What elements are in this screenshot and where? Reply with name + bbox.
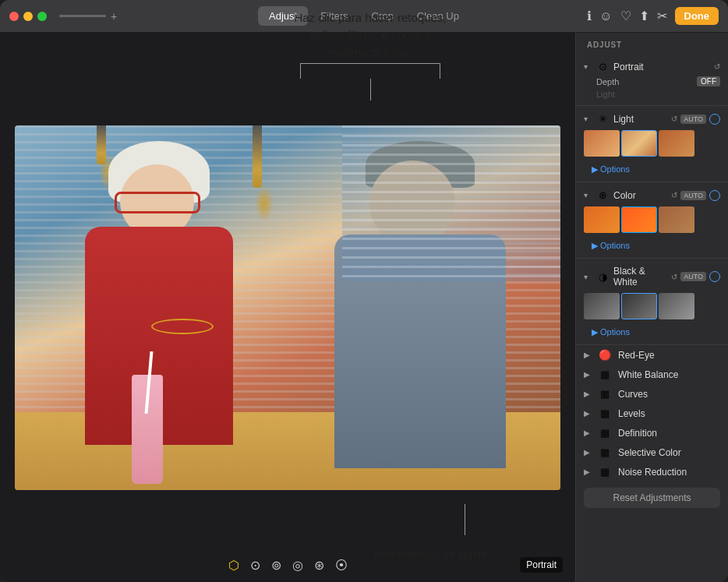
light-actions: ↺ AUTO [671,114,720,125]
auto-color-badge[interactable]: AUTO [680,191,706,200]
tool-4-icon[interactable]: ⊛ [314,558,324,573]
light-thumbnails [576,127,728,160]
light-thumb-2[interactable] [621,130,657,157]
woman-glasses [115,192,200,213]
light-icon: ✳ [596,113,609,125]
bw-thumb-1[interactable] [584,293,620,319]
selective-color-icon: ▦ [598,446,612,458]
minimize-button[interactable] [23,12,33,21]
light-options-label: ▶ Options [592,164,630,174]
color-label: Color [613,190,666,201]
list-item-curves[interactable]: ▶ ▦ Curves [576,384,728,404]
bw-options-row[interactable]: ▶ Options [576,323,728,340]
fullscreen-button[interactable] [37,12,47,21]
bw-thumb-2[interactable] [621,293,657,319]
window-blinds [342,125,560,281]
toggle-color-button[interactable] [709,190,720,201]
tab-adjust[interactable]: Adjust [258,6,308,26]
tool-5-icon[interactable]: ⦿ [335,559,348,573]
tool-2-icon[interactable]: ⊚ [271,558,281,573]
light-options-row[interactable]: ▶ Options [576,160,728,177]
list-item-noise-reduction[interactable]: ▶ ▦ Noise Reduction [576,462,728,481]
list-item-red-eye[interactable]: ▶ 🔴 Red-Eye [576,345,728,365]
color-icon: ⊕ [596,189,609,201]
portrait-label: Portrait [613,62,709,72]
list-item-white-balance[interactable]: ▶ ▦ White Balance [576,365,728,384]
portrait-badge[interactable]: Portrait [520,557,563,573]
woman-figure [62,141,264,484]
light-thumb-1[interactable] [584,130,620,157]
tool-1-icon[interactable]: ⊙ [250,558,260,573]
depth-row: Depth OFF [576,75,728,88]
undo-color-icon[interactable]: ↺ [671,191,677,199]
chevron-portrait-icon: ▾ [584,62,592,71]
list-item-definition[interactable]: ▶ ▦ Definition [576,423,728,443]
levels-icon: ▦ [598,407,612,419]
section-portrait: ▾ ⊙ Portrait ↺ Depth OFF Light [576,54,728,106]
section-light-header[interactable]: ▾ ✳ Light ↺ AUTO [576,111,728,127]
depth-value: OFF [697,76,720,86]
color-thumb-2[interactable] [621,206,657,233]
close-button[interactable] [9,12,19,21]
right-panel: ADJUST ▾ ⊙ Portrait ↺ Depth OFF Light [575,33,728,582]
white-balance-label: White Balance [618,369,720,380]
tab-filters[interactable]: Filters [309,6,359,26]
face-icon[interactable]: ☺ [599,9,612,23]
share-icon[interactable]: ⬆ [639,9,649,23]
section-portrait-header[interactable]: ▾ ⊙ Portrait ↺ [576,58,728,75]
photo-container [15,125,560,490]
section-color: ▾ ⊕ Color ↺ AUTO [576,182,728,259]
definition-label: Definition [618,428,720,439]
app-window: + Adjust Filters Crop Clean Up ℹ ☺ ♡ ⬆ ✂… [0,0,728,582]
color-options-label: ▶ Options [592,241,630,250]
portrait-icon: ⊙ [596,61,609,72]
color-thumb-1[interactable] [584,206,620,233]
zoom-slider[interactable]: + [59,10,117,23]
undo-bw-icon[interactable]: ↺ [671,273,677,281]
tab-cleanup[interactable]: Clean Up [406,6,470,26]
more-icon[interactable]: ✂ [657,9,667,23]
noise-reduction-label: Noise Reduction [618,467,720,478]
info-icon[interactable]: ℹ [587,9,592,23]
section-bw-header[interactable]: ▾ ◑ Black & White ↺ AUTO [576,263,728,290]
light-thumb-3[interactable] [659,130,694,157]
levels-label: Levels [618,408,720,419]
color-thumb-3[interactable] [659,206,694,233]
bottom-toolbar: ⬡ ⊙ ⊚ ◎ ⊛ ⦿ [228,558,348,573]
panel-scroll[interactable]: ▾ ⊙ Portrait ↺ Depth OFF Light ▾ ✳ [576,54,728,582]
chevron-curves-icon: ▶ [584,390,592,398]
toggle-light-button[interactable] [709,114,720,125]
lamp-center [253,125,262,188]
done-button[interactable]: Done [675,7,719,25]
tool-3-icon[interactable]: ◎ [292,558,303,573]
main-content: ⬡ ⊙ ⊚ ◎ ⊛ ⦿ Portrait ADJUST ▾ ⊙ Portrait [0,33,728,582]
section-color-header[interactable]: ▾ ⊕ Color ↺ AUTO [576,187,728,203]
bw-thumb-3[interactable] [659,293,694,319]
color-options-row[interactable]: ▶ Options [576,236,728,253]
list-item-levels[interactable]: ▶ ▦ Levels [576,404,728,423]
definition-icon: ▦ [598,427,612,439]
chevron-selective-color-icon: ▶ [584,448,592,457]
tab-bar: Adjust Filters Crop Clean Up [258,6,470,26]
heart-icon[interactable]: ♡ [620,9,631,23]
undo-portrait-icon[interactable]: ↺ [714,62,720,71]
tab-crop[interactable]: Crop [361,6,405,26]
chevron-red-eye-icon: ▶ [584,351,592,359]
tool-portrait-icon[interactable]: ⬡ [228,558,239,573]
toggle-bw-button[interactable] [709,271,720,282]
section-bw: ▾ ◑ Black & White ↺ AUTO [576,259,728,345]
traffic-lights [9,12,47,21]
auto-bw-badge[interactable]: AUTO [680,272,706,281]
list-item-selective-color[interactable]: ▶ ▦ Selective Color [576,443,728,462]
noise-reduction-icon: ▦ [598,466,612,478]
curves-label: Curves [618,389,720,400]
color-actions: ↺ AUTO [671,190,720,201]
selective-color-label: Selective Color [618,447,720,458]
reset-adjustments-button[interactable]: Reset Adjustments [584,488,720,508]
undo-light-icon[interactable]: ↺ [671,115,677,123]
bw-options-label: ▶ Options [592,327,630,337]
chevron-definition-icon: ▶ [584,429,592,437]
auto-light-badge[interactable]: AUTO [680,115,706,124]
photo-area: ⬡ ⊙ ⊚ ◎ ⊛ ⦿ Portrait [0,33,575,582]
red-eye-icon: 🔴 [598,349,612,361]
